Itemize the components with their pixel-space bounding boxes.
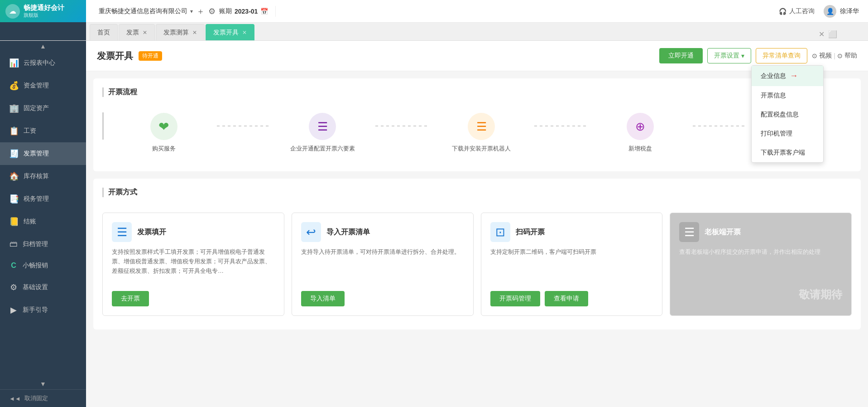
dropdown-item-invoice-info[interactable]: 开票信息 (752, 86, 823, 105)
dropdown-printer-label: 打印机管理 (761, 130, 792, 138)
user-name: 徐泽华 (840, 7, 859, 15)
tab-close-button[interactable]: ✕ (819, 30, 825, 39)
company-dropdown-icon: ▾ (190, 8, 193, 15)
inventory-icon: 🏠 (9, 171, 19, 181)
sidebar-bottom-action[interactable]: ◄◄ 取消固定 (0, 389, 86, 407)
tab-invoice-calc-close[interactable]: ✕ (192, 29, 197, 36)
method-cards: ☰ 发票填开 支持按照发票样式手工填开发票；可开具增值税电子普通发票、增值税普通… (102, 208, 852, 320)
app-edition: 旗舰版 (24, 12, 64, 19)
overlay-pending-text: 敬请期待 (799, 287, 842, 302)
sidebar-scroll-up[interactable]: ▲ (0, 41, 86, 52)
settings-dropdown: 企业信息 → 开票信息 配置税盘信息 打印机管理 (751, 65, 824, 163)
header-actions: 立即开通 开票设置 ▾ 企业信息 → (659, 48, 857, 63)
tab-home-label: 首页 (97, 29, 110, 37)
tab-invoice-close[interactable]: ✕ (143, 29, 147, 36)
flow-step-download-robot[interactable]: ☰ 下载并安装开票机器人 (428, 113, 534, 153)
sidebar-item-asset[interactable]: 🏢 固定资产 (0, 97, 86, 120)
flow-step-add-taxdisk[interactable]: ⊕ 新增税盘 (587, 113, 693, 153)
sidebar-item-settings[interactable]: ⚙ 基础设置 (0, 276, 86, 299)
flow-connector-2 (375, 126, 428, 126)
sidebar-item-fund[interactable]: 💰 资金管理 (0, 74, 86, 97)
flow-step-config-enterprise[interactable]: ☰ 企业开通配置开票六要素 (270, 113, 376, 153)
sidebar-item-inventory[interactable]: 🏠 库存核算 (0, 165, 86, 188)
dropdown-arrow-icon: ▾ (741, 52, 744, 59)
video-button[interactable]: ⊙ 视频 | ⊙ 帮助 (812, 52, 857, 60)
flow-steps: ❤ 购买服务 ☰ 企业开通配置开票六要素 ☰ (102, 108, 852, 162)
tab-expand-button[interactable]: ⬜ (828, 30, 837, 39)
fill-invoice-icon: ☰ (112, 222, 132, 242)
tab-home[interactable]: 首页 (90, 24, 118, 40)
dropdown-tax-config-label: 配置税盘信息 (761, 111, 799, 119)
settings-sidebar-icon: ⚙ (9, 282, 18, 292)
pin-icon: ◄◄ (9, 395, 21, 402)
app-name: 畅捷通好会计 (24, 4, 64, 12)
abnormal-list-button[interactable]: 异常清单查询 (756, 48, 807, 63)
import-list-button[interactable]: 导入清单 (301, 291, 345, 306)
settings-icon[interactable]: ⚙ (208, 6, 216, 16)
flow-connector-4 (693, 126, 746, 126)
sidebar-item-archive[interactable]: 🗃 归档管理 (0, 233, 86, 255)
boss-invoice-icon: ☰ (679, 222, 699, 242)
sidebar-item-cloud-report[interactable]: 📊 云报表中心 (0, 52, 86, 74)
tab-invoice-issue-close[interactable]: ✕ (242, 29, 247, 36)
dropdown-item-tax-config[interactable]: 配置税盘信息 (752, 105, 823, 124)
cloud-report-icon: 📊 (9, 58, 19, 68)
method-fill-header: ☰ 发票填开 (112, 222, 275, 242)
sidebar-item-xiaochang[interactable]: C 小畅报销 (0, 255, 86, 276)
sidebar-item-payroll[interactable]: 📋 工资 (0, 120, 86, 142)
sidebar-item-guide[interactable]: ▶ 新手引导 (0, 299, 86, 321)
settle-icon: 📒 (9, 217, 19, 227)
flow-step-label-3: 下载并安装开票机器人 (452, 145, 511, 153)
company-selector[interactable]: 重庆畅捷交通信息咨询有限公司 ▾ (99, 7, 193, 15)
fill-invoice-desc: 支持按照发票样式手工填开发票；可开具增值税电子普通发票、增值税普通发票、增值税专… (112, 247, 275, 284)
flow-connector-1 (217, 126, 270, 126)
flow-step-icon-3: ☰ (468, 113, 495, 140)
dropdown-invoice-info-label: 开票信息 (761, 92, 786, 100)
tab-invoice-calc-label: 发票测算 (163, 29, 189, 37)
guide-icon: ▶ (9, 305, 18, 315)
flow-connector-3 (534, 126, 587, 126)
asset-icon: 🏢 (9, 103, 19, 113)
sidebar-item-settle[interactable]: 📒 结账 (0, 210, 86, 233)
dropdown-download-client-label: 下载开票客户端 (761, 149, 805, 157)
logo-area: ☁ 畅捷通好会计 旗舰版 (0, 0, 86, 23)
calendar-icon[interactable]: 📅 (260, 8, 268, 15)
activate-button[interactable]: 立即开通 (659, 48, 703, 63)
import-list-title: 导入开票清单 (326, 228, 370, 237)
avatar: 👤 (824, 5, 836, 18)
page-header: 发票开具 待开通 立即开通 开票设置 ▾ 企业信息 → (86, 41, 868, 71)
dropdown-item-download-client[interactable]: 下载开票客户端 (752, 143, 823, 162)
dropdown-item-company-info[interactable]: 企业信息 → (752, 66, 823, 86)
tab-invoice-calc[interactable]: 发票测算 ✕ (156, 24, 205, 40)
add-company-button[interactable]: ＋ (197, 6, 205, 17)
scan-invoice-apply-button[interactable]: 查看申请 (545, 291, 588, 306)
scan-invoice-manage-button[interactable]: 开票码管理 (490, 291, 540, 306)
settings-button[interactable]: 开票设置 ▾ (707, 48, 751, 63)
tab-invoice[interactable]: 发票 ✕ (119, 24, 155, 40)
flow-step-buy-service[interactable]: ❤ 购买服务 (111, 113, 217, 153)
boss-invoice-desc: 查看老板端小程序提交的开票申请，并作出相应的处理 (679, 247, 842, 284)
logo-icon: ☁ (5, 4, 20, 19)
page-title: 发票开具 (97, 50, 133, 62)
dropdown-item-printer[interactable]: 打印机管理 (752, 124, 823, 143)
dropdown-company-info-label: 企业信息 (761, 72, 786, 80)
fill-invoice-button[interactable]: 去开票 (112, 291, 149, 306)
method-section: 开票方式 ☰ 发票填开 支持按照发票样式手工填开发票；可开具增值税电子普通发票、… (93, 179, 861, 329)
invoice-icon: 🧾 (9, 149, 19, 159)
flow-step-icon-2: ☰ (309, 113, 336, 140)
sidebar-item-invoice[interactable]: 🧾 发票管理 (0, 142, 86, 165)
sidebar-item-tax[interactable]: 📑 税务管理 (0, 188, 86, 210)
fund-icon: 💰 (9, 81, 19, 91)
user-area[interactable]: 👤 徐泽华 (824, 5, 859, 18)
help-icon: ⊙ (837, 52, 843, 59)
content-area: 发票开具 待开通 立即开通 开票设置 ▾ 企业信息 → (86, 41, 868, 407)
method-card-fill-invoice: ☰ 发票填开 支持按照发票样式手工填开发票；可开具增值税电子普通发票、增值税普通… (102, 213, 284, 316)
flow-section: 开票流程 ❤ 购买服务 ☰ (93, 78, 861, 171)
sidebar-scroll-down[interactable]: ▼ (0, 378, 86, 389)
tab-invoice-issue[interactable]: 发票开具 ✕ (206, 24, 254, 40)
archive-icon: 🗃 (9, 239, 18, 249)
tax-icon: 📑 (9, 194, 19, 204)
flow-step-icon-4: ⊕ (627, 113, 654, 140)
consult-button[interactable]: 🎧 人工咨询 (779, 7, 815, 15)
flow-step-label-2: 企业开通配置开票六要素 (290, 145, 355, 153)
